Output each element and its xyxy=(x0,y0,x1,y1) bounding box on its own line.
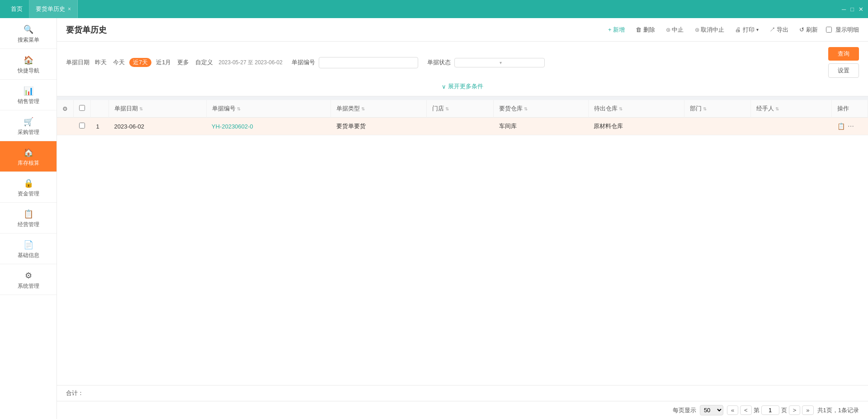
filter-area: 单据日期 昨天 今天 近7天 近1月 更多 自定义 2023-05-27 至 2… xyxy=(57,42,868,96)
quick-nav-icon: 🏠 xyxy=(24,55,33,65)
toolbar: + 新增 🗑 删除 ⊙ 中止 ⊙ 取消中止 🖨 打印 ▾ ↗ 导出 xyxy=(605,24,859,36)
date-opt-custom[interactable]: 自定义 xyxy=(193,58,215,67)
export-button[interactable]: ↗ 导出 xyxy=(767,24,792,36)
th-settings: ⚙ xyxy=(57,100,74,118)
date-filter-label: 单据日期 xyxy=(66,58,90,67)
select-all-checkbox[interactable] xyxy=(79,105,85,111)
page-num-input[interactable] xyxy=(761,405,779,415)
column-settings-icon[interactable]: ⚙ xyxy=(62,105,68,112)
display-detail-toggle[interactable]: 显示明细 xyxy=(826,26,859,34)
doc-no-input[interactable] xyxy=(319,57,418,68)
sort-handler-icon: ⇅ xyxy=(775,106,779,111)
th-date[interactable]: 单据日期⇅ xyxy=(109,100,207,118)
sidebar-item-label: 库存核算 xyxy=(18,159,39,167)
sidebar-item-system-mgmt[interactable]: ⚙ 系统管理 xyxy=(0,264,57,295)
sidebar-item-sales-mgmt[interactable]: 📊 销售管理 xyxy=(0,80,57,110)
th-department[interactable]: 部门⇅ xyxy=(684,100,751,118)
last-page-btn[interactable]: » xyxy=(802,405,813,415)
finance-mgmt-icon: 🔒 xyxy=(24,178,33,188)
sidebar-item-label: 快捷导航 xyxy=(18,67,39,75)
stop-button[interactable]: ⊙ 中止 xyxy=(663,24,687,36)
status-select[interactable]: ▾ xyxy=(454,58,545,67)
status-filter-group: 单据状态 ▾ xyxy=(427,58,545,67)
print-dropdown-icon: ▾ xyxy=(756,27,759,32)
query-button[interactable]: 查询 xyxy=(828,47,859,61)
sidebar-item-label: 经营管理 xyxy=(18,221,39,229)
row-more-icon[interactable]: ⋯ xyxy=(848,123,854,130)
sidebar-item-quick-nav[interactable]: 🏠 快捷导航 xyxy=(0,49,57,80)
th-num xyxy=(91,100,109,118)
row-edit-icon[interactable]: 📋 xyxy=(837,123,845,130)
inventory-icon: 🏠 xyxy=(24,148,33,157)
window-close[interactable]: ✕ xyxy=(859,6,863,13)
sort-dept-icon: ⇅ xyxy=(703,106,707,111)
prev-page-btn[interactable]: < xyxy=(740,405,752,415)
content-area: 要货单历史 + 新增 🗑 删除 ⊙ 中止 ⊙ 取消中止 🖨 打印 ▾ xyxy=(57,18,868,419)
search-menu-icon: 🔍 xyxy=(24,24,33,34)
sidebar: 🔍 搜索菜单 🏠 快捷导航 📊 销售管理 🛒 采购管理 🏠 库存核算 🔒 资金管… xyxy=(0,18,57,419)
delete-button[interactable]: 🗑 删除 xyxy=(633,24,658,36)
sidebar-item-purchase-mgmt[interactable]: 🛒 采购管理 xyxy=(0,110,57,141)
sidebar-item-label: 基础信息 xyxy=(18,252,39,259)
sidebar-item-search-menu[interactable]: 🔍 搜索菜单 xyxy=(0,18,57,49)
sort-doctype-icon: ⇅ xyxy=(361,106,365,111)
refresh-button[interactable]: ↺ 刷新 xyxy=(797,24,821,36)
tab-home[interactable]: 首页 xyxy=(5,0,29,18)
tab-close-icon[interactable]: × xyxy=(68,6,71,12)
purchase-mgmt-icon: 🛒 xyxy=(24,117,33,127)
settings-button[interactable]: 设置 xyxy=(828,63,859,78)
td-action: 📋 ⋯ xyxy=(832,118,868,135)
date-opt-today[interactable]: 今天 xyxy=(111,58,127,67)
sidebar-item-inventory[interactable]: 🏠 库存核算 xyxy=(0,141,57,172)
th-doc-type[interactable]: 单据类型⇅ xyxy=(331,100,427,118)
page-nav: « < 第 页 > » xyxy=(727,405,814,415)
page-header: 要货单历史 + 新增 🗑 删除 ⊙ 中止 ⊙ 取消中止 🖨 打印 ▾ xyxy=(57,18,868,42)
top-bar: 首页 要货单历史 × ─ □ ✕ xyxy=(0,0,868,18)
expand-more-icon: ∨ xyxy=(442,83,446,90)
sidebar-item-finance-mgmt[interactable]: 🔒 资金管理 xyxy=(0,172,57,203)
th-store[interactable]: 门店⇅ xyxy=(427,100,494,118)
per-page-select[interactable]: 20 50 100 xyxy=(700,405,723,415)
td-department xyxy=(684,118,751,135)
table-footer: 合计： xyxy=(57,385,868,401)
sidebar-item-base-info[interactable]: 📄 基础信息 xyxy=(0,233,57,264)
window-minimize[interactable]: ─ xyxy=(842,6,846,13)
expand-more-btn[interactable]: ∨ 展开更多条件 xyxy=(66,82,859,90)
date-options: 昨天 今天 近7天 近1月 更多 自定义 xyxy=(93,58,215,67)
th-checkbox xyxy=(74,100,91,118)
page-label: 第 xyxy=(754,406,760,414)
date-opt-1month[interactable]: 近1月 xyxy=(154,58,173,67)
sidebar-item-label: 搜索菜单 xyxy=(18,36,39,44)
window-controls: ─ □ ✕ xyxy=(842,6,863,13)
display-detail-checkbox[interactable] xyxy=(826,27,832,33)
th-pending-warehouse[interactable]: 待出仓库⇅ xyxy=(588,100,684,118)
first-page-btn[interactable]: « xyxy=(727,405,738,415)
cancel-stop-button[interactable]: ⊙ 取消中止 xyxy=(692,24,727,36)
sort-docno-icon: ⇅ xyxy=(237,106,241,111)
doc-no-filter-label: 单据编号 xyxy=(292,58,315,67)
td-req-warehouse: 车间库 xyxy=(494,118,589,135)
window-maximize[interactable]: □ xyxy=(850,6,854,13)
next-page-btn[interactable]: > xyxy=(789,405,801,415)
date-opt-7days[interactable]: 近7天 xyxy=(129,58,151,67)
table-wrapper: ⚙ 单据日期⇅ 单据编号⇅ 单据类型⇅ xyxy=(57,100,868,385)
td-num: 1 xyxy=(91,118,109,135)
print-button[interactable]: 🖨 打印 ▾ xyxy=(732,24,761,36)
date-opt-yesterday[interactable]: 昨天 xyxy=(93,58,108,67)
sort-date-icon: ⇅ xyxy=(139,106,143,111)
th-doc-no[interactable]: 单据编号⇅ xyxy=(206,100,331,118)
row-checkbox[interactable] xyxy=(79,123,85,129)
sidebar-item-operations-mgmt[interactable]: 📋 经营管理 xyxy=(0,203,57,233)
th-req-warehouse[interactable]: 要货仓库⇅ xyxy=(494,100,589,118)
data-table: ⚙ 单据日期⇅ 单据编号⇅ 单据类型⇅ xyxy=(57,100,868,135)
new-button[interactable]: + 新增 xyxy=(605,24,627,36)
sidebar-item-label: 销售管理 xyxy=(18,98,39,105)
th-handler[interactable]: 经手人⇅ xyxy=(751,100,832,118)
doc-no-link[interactable]: YH-20230602-0 xyxy=(212,123,253,130)
tab-active[interactable]: 要货单历史 × xyxy=(29,0,78,18)
per-page-label: 每页显示 xyxy=(673,406,696,414)
date-opt-more[interactable]: 更多 xyxy=(175,58,191,67)
sort-store-icon: ⇅ xyxy=(445,106,449,111)
td-store xyxy=(427,118,494,135)
page-title: 要货单历史 xyxy=(66,24,107,35)
